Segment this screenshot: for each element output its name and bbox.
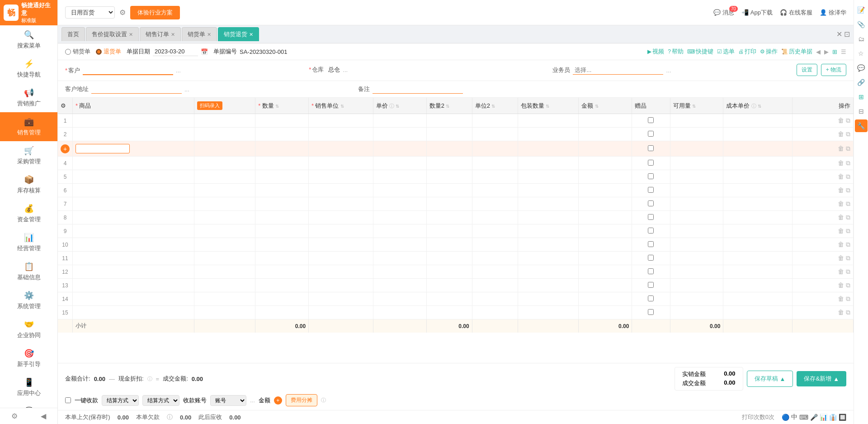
cost-price-sort-icon[interactable]: ⇅ [758, 104, 761, 109]
industry-select[interactable]: 日用百货 [65, 6, 115, 19]
footer-icon-7[interactable]: 🔲 [839, 414, 846, 421]
address-dots[interactable]: ... [184, 86, 189, 93]
calc-method-select[interactable]: 结算方式 [142, 395, 179, 406]
dots-icon[interactable]: ... [250, 397, 255, 404]
sidebar-item-system[interactable]: ⚙️ 系统管理 [0, 286, 57, 315]
help-link[interactable]: ? 帮助 [668, 48, 684, 56]
row-6-delete-icon[interactable]: 🗑 [838, 186, 844, 194]
sidebar-item-guide[interactable]: 🎯 新手引导 [0, 344, 57, 373]
radio-return[interactable]: 退货单 [96, 48, 121, 56]
row-3-delete-icon[interactable]: 🗑 [838, 145, 844, 152]
save-draft-chevron[interactable]: ▲ [780, 376, 786, 382]
row-9-copy-icon[interactable]: ⧉ [846, 227, 850, 235]
row-2-delete-icon[interactable]: 🗑 [838, 130, 844, 138]
tab-sales-return-close[interactable]: ✕ [249, 32, 253, 38]
row-3-unit2[interactable] [472, 141, 518, 157]
row-3-qty[interactable] [255, 141, 309, 157]
remark-input[interactable] [373, 85, 463, 94]
sidebar-item-finance[interactable]: 💰 资金管理 [0, 199, 57, 228]
sidebar-item-wechat[interactable]: 💬 企业微信 [0, 402, 57, 408]
row-2-available[interactable] [670, 128, 723, 141]
quantity2-sort-icon[interactable]: ⇅ [446, 104, 449, 109]
calendar-icon[interactable]: 📅 [201, 48, 208, 55]
rp-tool-icon[interactable]: 🔧 [855, 119, 868, 132]
customer-input[interactable] [83, 66, 173, 75]
row-11-copy-icon[interactable]: ⧉ [846, 254, 850, 262]
sales-unit-sort-icon[interactable]: ⇅ [340, 104, 344, 109]
row-2-amount[interactable] [579, 128, 632, 141]
gift-checkbox-6[interactable] [648, 187, 654, 193]
table-settings-icon[interactable]: ⚙ [61, 102, 66, 109]
logistics-button[interactable]: + 物流 [821, 64, 846, 76]
row-1-qty2[interactable] [426, 114, 472, 128]
sidebar-item-inventory[interactable]: 📦 库存核算 [0, 170, 57, 199]
topbar-gear-icon[interactable]: ⚙ [119, 8, 126, 17]
row-8-copy-icon[interactable]: ⧉ [846, 214, 850, 221]
sidebar-item-basic[interactable]: 📋 基础信息 [0, 257, 57, 286]
tab-sales-return[interactable]: 销货退货 ✕ [218, 27, 259, 41]
package-qty-sort-icon[interactable]: ⇅ [546, 104, 549, 109]
row-2-price[interactable] [373, 128, 426, 141]
row-5-copy-icon[interactable]: ⧉ [846, 173, 850, 181]
row-10-delete-icon[interactable]: 🗑 [838, 241, 844, 248]
print-link[interactable]: 🖨 打印 [738, 48, 756, 56]
row-1-pkgqty[interactable] [518, 114, 579, 128]
row-13-copy-icon[interactable]: ⧉ [846, 281, 850, 289]
gift-checkbox-12[interactable] [648, 268, 654, 274]
gift-checkbox-1[interactable] [648, 117, 654, 123]
sidebar-item-enterprise[interactable]: 🤝 企业协同 [0, 315, 57, 344]
video-link[interactable]: ▶ 视频 [647, 48, 664, 56]
row-10-copy-icon[interactable]: ⧉ [846, 241, 850, 248]
row-7-delete-icon[interactable]: 🗑 [838, 200, 844, 208]
row-3-available[interactable] [670, 141, 723, 157]
gift-checkbox-7[interactable] [648, 200, 654, 206]
rp-attach-icon[interactable]: 📎 [855, 18, 868, 31]
sidebar-item-purchase[interactable]: 🛒 采购管理 [0, 141, 57, 170]
row-3-cost[interactable] [723, 141, 793, 157]
footer-icon-2[interactable]: 中 [791, 413, 797, 421]
warehouse-dots[interactable]: ... [343, 67, 348, 73]
save-new-button[interactable]: 保存&新增 ▲ [797, 371, 846, 386]
rp-link-icon[interactable]: 🔗 [855, 76, 868, 89]
row-1-product[interactable] [73, 114, 194, 128]
unit-price-info-icon[interactable]: ⓘ [389, 103, 394, 109]
tab-sales[interactable]: 销货单 ✕ [182, 27, 217, 41]
row-2-unit[interactable] [309, 128, 373, 141]
operation-link[interactable]: ⚙ 操作 [760, 48, 778, 56]
row-7-copy-icon[interactable]: ⧉ [846, 200, 850, 208]
save-draft-button[interactable]: 保存草稿 ▲ [747, 371, 793, 387]
add-payment-button[interactable]: + [274, 396, 282, 405]
row-8-delete-icon[interactable]: 🗑 [838, 214, 844, 221]
gift-checkbox-8[interactable] [648, 214, 654, 220]
account-select[interactable]: 账号 [210, 395, 246, 406]
grid-view-icon[interactable]: ⊞ [832, 48, 837, 55]
fee-info-icon[interactable]: ⓘ [321, 397, 326, 404]
gift-checkbox-4[interactable] [648, 160, 654, 166]
nav-next-icon[interactable]: ▶ [824, 48, 829, 55]
sidebar-item-business[interactable]: 📊 经营管理 [0, 228, 57, 257]
address-input[interactable] [91, 85, 182, 94]
row-1-cost[interactable] [723, 114, 793, 128]
row-1-qty[interactable] [255, 114, 309, 128]
save-new-chevron[interactable]: ▲ [833, 376, 839, 382]
available-sort-icon[interactable]: ⇅ [692, 104, 696, 109]
cost-price-info-icon[interactable]: ⓘ [751, 103, 756, 109]
row-12-delete-icon[interactable]: 🗑 [838, 268, 844, 276]
set-button[interactable]: 设置 [797, 64, 817, 76]
row-3-product[interactable] [73, 141, 194, 157]
credit-info-icon[interactable]: ⓘ [167, 413, 173, 421]
sidebar-item-search[interactable]: 🔍 搜索菜单 [0, 25, 57, 54]
row-14-delete-icon[interactable]: 🗑 [838, 295, 844, 303]
unit2-sort-icon[interactable]: ⇅ [491, 104, 495, 109]
row-3-pkgqty[interactable] [518, 141, 579, 157]
customer-dots[interactable]: ... [176, 67, 181, 74]
row-3-amount[interactable] [579, 141, 632, 157]
row-3-price[interactable] [373, 141, 426, 157]
rp-clip-icon[interactable]: 🗂 [855, 33, 868, 45]
footer-icon-6[interactable]: 👔 [829, 414, 837, 421]
add-row-button[interactable]: + [61, 144, 70, 153]
app-download-item[interactable]: 📲 App下载 [741, 9, 773, 17]
row-3-copy-icon[interactable]: ⧉ [846, 145, 850, 152]
tab-sales-order[interactable]: 销售订单 ✕ [140, 27, 181, 41]
gift-checkbox-10[interactable] [648, 241, 654, 247]
